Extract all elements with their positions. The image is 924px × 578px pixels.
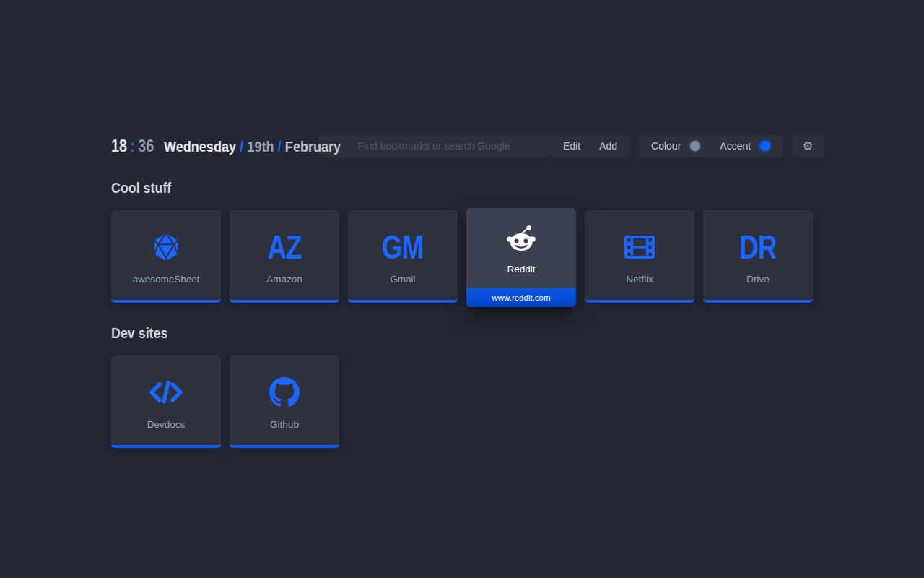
bookmark-url-bar: www.reddit.com xyxy=(466,288,576,307)
edit-add-group: Edit Add xyxy=(550,135,630,157)
accent-toggle-knob[interactable] xyxy=(760,141,770,151)
bookmark-label: Github xyxy=(270,419,299,430)
settings-button[interactable]: ⚙ xyxy=(792,135,824,157)
reddit-icon xyxy=(504,222,539,255)
section-cool-stuff: Cool stuffawesomeSheetAZAmazonGMGmailRed… xyxy=(111,179,813,303)
bookmark-card-awesomesheet[interactable]: awesomeSheet xyxy=(111,210,221,303)
colour-toggle-knob[interactable] xyxy=(690,141,700,151)
gear-icon: ⚙ xyxy=(802,135,813,157)
bookmark-sections: Cool stuffawesomeSheetAZAmazonGMGmailRed… xyxy=(111,179,813,448)
section-dev-sites: Dev sitesDevdocsGithub xyxy=(111,324,813,448)
monogram-icon: DR xyxy=(734,230,782,264)
monogram-text: GM xyxy=(382,230,424,264)
monogram-icon: GM xyxy=(376,230,430,264)
monogram-icon: AZ xyxy=(263,230,307,264)
bookmark-label: Gmail xyxy=(390,274,415,285)
search-input[interactable] xyxy=(318,135,550,157)
film-icon xyxy=(624,230,655,264)
monogram-text: DR xyxy=(739,230,776,264)
colour-toggle-label: Colour xyxy=(651,140,681,152)
section-title: Dev sites xyxy=(111,324,813,342)
bookmark-label: awesomeSheet xyxy=(132,274,199,285)
bookmark-card-drive[interactable]: DRDrive xyxy=(703,210,813,303)
header-controls: Edit Add Colour Accent ⚙ xyxy=(550,135,824,157)
edit-button[interactable]: Edit xyxy=(563,140,580,152)
code-icon xyxy=(147,376,185,409)
github-icon xyxy=(269,376,300,409)
bookmark-label: Drive xyxy=(746,274,770,285)
header: 18:36 Wednesday/19th/February Edit Add C… xyxy=(111,134,813,158)
bookmark-card-amazon[interactable]: AZAmazon xyxy=(230,210,339,303)
theme-toggle-group: Colour Accent xyxy=(639,135,783,157)
polyhedron-icon xyxy=(150,230,182,264)
bookmark-grid: DevdocsGithub xyxy=(111,355,813,448)
bookmark-label: Reddit xyxy=(507,264,535,275)
bookmark-card-github[interactable]: Github xyxy=(230,355,339,448)
clock: 18:36 xyxy=(111,137,154,156)
bookmark-card-gmail[interactable]: GMGmail xyxy=(348,210,458,303)
monogram-text: AZ xyxy=(267,230,301,264)
date: Wednesday/19th/February xyxy=(164,138,341,155)
new-tab-page: 18:36 Wednesday/19th/February Edit Add C… xyxy=(111,0,813,448)
section-title: Cool stuff xyxy=(111,179,813,197)
bookmark-card-reddit[interactable]: Redditwww.reddit.com xyxy=(466,208,576,307)
accent-toggle-label: Accent xyxy=(720,140,751,152)
bookmark-label: Netflix xyxy=(626,274,653,285)
bookmark-card-devdocs[interactable]: Devdocs xyxy=(111,355,221,448)
accent-toggle[interactable]: Accent xyxy=(720,140,770,152)
add-button[interactable]: Add xyxy=(599,140,617,152)
bookmark-label: Amazon xyxy=(266,274,302,285)
bookmark-label: Devdocs xyxy=(147,419,186,430)
clock-date: 18:36 Wednesday/19th/February xyxy=(111,137,311,156)
bookmark-grid: awesomeSheetAZAmazonGMGmailRedditwww.red… xyxy=(111,210,813,303)
bookmark-card-netflix[interactable]: Netflix xyxy=(585,210,694,303)
colour-toggle[interactable]: Colour xyxy=(651,140,700,152)
